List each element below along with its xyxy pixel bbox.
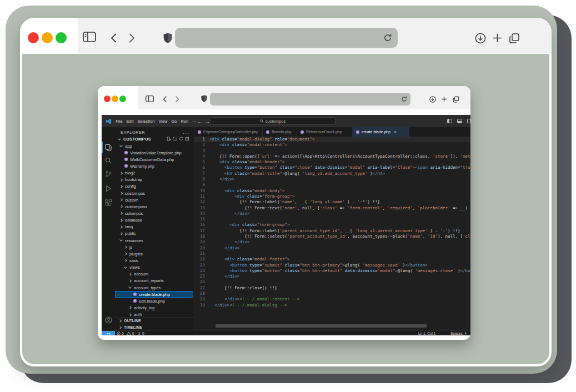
new-tab-icon[interactable] [492, 32, 503, 44]
nav-back-icon[interactable]: ← [197, 115, 203, 127]
reload-icon[interactable] [383, 33, 393, 43]
code-line[interactable]: 29 </div><!-- /.modal-content --> [194, 296, 470, 302]
code-line[interactable]: 4 {!! Form::open(['url' => action([\App\… [194, 154, 470, 159]
tree-item-sass[interactable]: sass [115, 257, 193, 264]
code-line[interactable]: 25 </div> [194, 274, 470, 279]
code-line[interactable]: 24 <button type="button" class="btn btn-… [194, 268, 470, 274]
tab-Brands.php[interactable]: Brands.php [263, 127, 297, 137]
tree-item-js[interactable]: js [115, 244, 193, 250]
code-line[interactable]: 26 [194, 279, 470, 285]
new-tab-icon[interactable] [440, 96, 448, 103]
close-traffic-light[interactable] [28, 32, 39, 43]
nav-forward-icon[interactable]: → [204, 115, 210, 127]
timeline-section[interactable]: TIMELINE [115, 324, 194, 330]
code-line[interactable]: 16 <div class="form-group"> [194, 222, 470, 228]
tree-item-Warranty.php[interactable]: Warranty.php [115, 163, 193, 169]
menu-item-go[interactable]: Go [169, 119, 179, 124]
shield-icon[interactable] [163, 32, 173, 43]
downloads-icon[interactable] [474, 32, 486, 44]
tree-item-VariationValueTemplate.php[interactable]: VariationValueTemplate.php [115, 149, 193, 156]
code-line[interactable]: 7 <h4 class="modal-title">@lang( 'lang_v… [194, 171, 470, 177]
tab-ExpenseCategoryController.php[interactable]: ExpenseCategoryController.php [194, 127, 263, 137]
menu-item-edit[interactable]: Edit [124, 119, 136, 124]
maximize-traffic-light[interactable] [119, 96, 126, 102]
indentation-status[interactable]: Spaces: 4 [450, 331, 467, 335]
tab-overview-icon[interactable] [508, 32, 520, 44]
code-line[interactable]: 18 {!! Form::select('parent_account_type… [194, 234, 470, 239]
code-line[interactable]: 1<div class="modal-dialog" role="documen… [194, 137, 470, 142]
maximize-traffic-light[interactable] [56, 32, 67, 43]
tree-item-public[interactable]: public [115, 230, 193, 237]
code-line[interactable]: 3 [194, 148, 470, 154]
tree-item-customposs[interactable]: customposs [115, 203, 193, 210]
code-area[interactable]: 1<div class="modal-dialog" role="documen… [194, 137, 470, 330]
menu-item-file[interactable]: File [114, 119, 124, 124]
downloads-icon[interactable] [429, 96, 436, 103]
toggle-sidebar-icon[interactable] [447, 119, 452, 123]
code-line[interactable]: 28 [194, 291, 470, 296]
outline-section[interactable]: OUTLINE [115, 317, 194, 324]
tree-item-app[interactable]: app [115, 143, 193, 149]
minimize-traffic-light[interactable] [112, 96, 118, 102]
vscode-search-box[interactable]: custompos [210, 117, 335, 125]
tree-item-views[interactable]: views [115, 264, 193, 271]
search-sidebar-icon[interactable] [102, 157, 115, 164]
ports-status[interactable]: 0 [137, 331, 144, 335]
tree-item-lang[interactable]: lang [115, 224, 193, 230]
toggle-panel-icon[interactable] [457, 119, 462, 123]
source-control-icon[interactable] [102, 170, 115, 178]
code-line[interactable]: 17 {!! Form::label('parent_account_type_… [194, 228, 470, 234]
menu-item-view[interactable]: View [157, 119, 169, 124]
code-line[interactable]: 2 <div class="modal-content"> [194, 142, 470, 148]
tree-item-bootstrap[interactable]: bootstrap [115, 177, 193, 183]
run-debug-icon[interactable] [102, 184, 115, 192]
tab-ReferenceCount.php[interactable]: ReferenceCount.php [297, 127, 353, 137]
tree-item-account_types[interactable]: account_types [115, 284, 193, 291]
account-icon[interactable] [102, 316, 115, 324]
tree-item-cutompos[interactable]: cutompos [115, 210, 193, 217]
toggle-secondary-sidebar-icon[interactable] [467, 119, 470, 123]
code-line[interactable]: 23 <button type="submit" class="btn btn-… [194, 263, 470, 268]
menu-item-run[interactable]: Run [179, 119, 191, 124]
code-line[interactable]: 8 </div> [194, 177, 470, 182]
reload-icon[interactable] [400, 96, 407, 103]
code-line[interactable]: 9 [194, 182, 470, 188]
horizontal-scrollbar[interactable] [216, 324, 427, 328]
tree-item-activity_log[interactable]: activity_log [115, 304, 193, 311]
tree-item-resources[interactable]: resources [115, 237, 193, 244]
address-bar[interactable] [175, 28, 398, 48]
new-file-icon[interactable] [167, 137, 171, 141]
tab-overview-icon[interactable] [452, 96, 459, 103]
refresh-icon[interactable] [179, 137, 183, 141]
project-section-header[interactable]: CUSTOMPOS [115, 135, 194, 143]
code-line[interactable]: 5 <div class="modal-header"> [194, 159, 470, 165]
code-line[interactable]: 14 </div> [194, 211, 470, 217]
close-traffic-light[interactable] [104, 96, 111, 102]
sidebar-toggle-icon[interactable] [82, 31, 97, 42]
explorer-icon[interactable] [102, 143, 115, 151]
code-line[interactable]: 30 </div><!-- /.modal-dialog --> [194, 303, 470, 308]
tree-item-account_reports[interactable]: account_reports [115, 278, 193, 284]
code-line[interactable]: 22 <div class="modal-footer"> [194, 257, 470, 262]
sidebar-toggle-icon[interactable] [145, 95, 154, 103]
problems-status[interactable]: 0 0 [117, 331, 134, 335]
code-line[interactable]: 27 {!! Form::close() !!} [194, 285, 470, 291]
code-line[interactable]: 21 [194, 251, 470, 257]
close-tab-icon[interactable]: × [394, 129, 397, 134]
extensions-icon[interactable] [102, 199, 115, 207]
tree-item-custom[interactable]: custom [115, 197, 193, 203]
code-line[interactable]: 20 </div> [194, 245, 470, 251]
minimize-traffic-light[interactable] [42, 32, 53, 43]
tree-item-plugins[interactable]: plugins [115, 250, 193, 257]
new-folder-icon[interactable] [173, 137, 177, 141]
menu-item-selection[interactable]: Selection [136, 119, 157, 124]
tree-item-WalkCustomerData.php[interactable]: WalkCustomerData.php [115, 156, 193, 163]
tree-item-config[interactable]: config [115, 183, 193, 190]
code-line[interactable]: 19 </div> [194, 239, 470, 245]
tree-item-auth[interactable]: auth [115, 311, 193, 317]
code-line[interactable]: 11 <div class="form-group"> [194, 194, 470, 199]
code-line[interactable]: 13 {!! Form::text('name', null, ['class'… [194, 205, 470, 211]
back-icon[interactable] [109, 33, 118, 43]
collapse-folders-icon[interactable] [185, 137, 189, 141]
code-line[interactable]: 15 [194, 217, 470, 222]
